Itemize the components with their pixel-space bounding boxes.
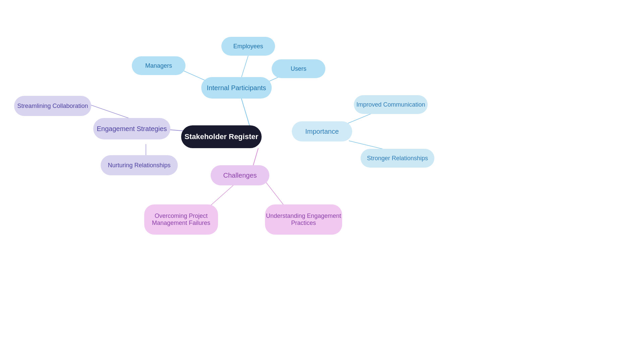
streamlining-collaboration-node: Streamlining Collaboration xyxy=(14,96,91,116)
importance-node: Importance xyxy=(292,121,352,141)
center-node: Stakeholder Register xyxy=(181,125,262,148)
understanding-engagement-node: Understanding Engagement Practices xyxy=(265,204,342,235)
engagement-strategies-node: Engagement Strategies xyxy=(93,118,170,139)
overcoming-project-management-node: Overcoming Project Management Failures xyxy=(144,204,218,235)
stronger-relationships-node: Stronger Relationships xyxy=(361,149,434,168)
improved-communication-node: Improved Communication xyxy=(354,95,428,114)
employees-node: Employees xyxy=(221,37,275,56)
nurturing-relationships-node: Nurturing Relationships xyxy=(101,155,178,175)
internal-participants-node: Internal Participants xyxy=(201,77,272,99)
challenges-node: Challenges xyxy=(211,165,269,185)
users-node: Users xyxy=(272,59,325,78)
svg-line-1 xyxy=(241,56,248,77)
managers-node: Managers xyxy=(132,56,185,75)
